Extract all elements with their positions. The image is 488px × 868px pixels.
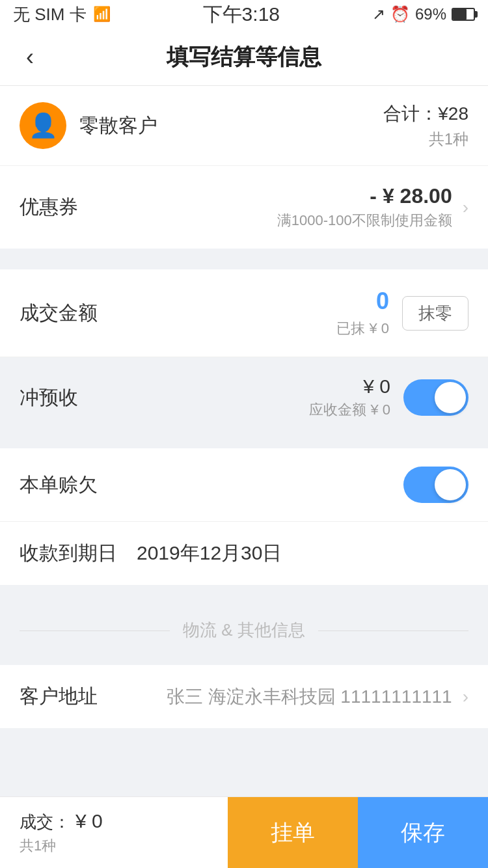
due-date-row: 收款到期日 2019年12月30日 (0, 521, 488, 585)
save-button[interactable]: 保存 (358, 797, 488, 869)
section-divider-3 (0, 585, 488, 595)
prepay-sub-amount: 应收金额 ¥ 0 (309, 400, 390, 420)
customer-left: 👤 零散客户 (20, 102, 157, 149)
content: 👤 零散客户 合计：¥28 共1种 优惠券 - ¥ 28.00 满1000-10… (0, 86, 488, 806)
coupon-chevron-icon: › (463, 197, 468, 218)
deal-right: 0 已抹 ¥ 0 抹零 (336, 288, 468, 338)
bottom-count: 共1种 (20, 836, 208, 856)
carrier-text: 无 SIM 卡 (13, 3, 87, 26)
coupon-row[interactable]: 优惠券 - ¥ 28.00 满1000-100不限制使用金额 › (0, 165, 488, 249)
due-date-content: 收款到期日 2019年12月30日 (20, 540, 468, 567)
back-button[interactable]: ‹ (20, 37, 40, 77)
location-icon: ↗ (372, 5, 385, 23)
status-left: 无 SIM 卡 📶 (13, 3, 111, 26)
coupon-value-block: - ¥ 28.00 满1000-100不限制使用金额 (277, 184, 452, 230)
prepay-label: 冲预收 (20, 385, 78, 411)
bottom-deal-row: 成交： ¥ 0 (20, 810, 208, 834)
section-divider-1 (0, 259, 488, 269)
alarm-icon: ⏰ (390, 5, 410, 23)
bottom-summary: 成交： ¥ 0 共1种 (0, 810, 228, 856)
credit-row: 本单赊欠 (0, 448, 488, 521)
coupon-desc: 满1000-100不限制使用金额 (277, 211, 452, 230)
deal-row: 成交金额 0 已抹 ¥ 0 抹零 (20, 288, 468, 338)
address-label: 客户地址 (20, 683, 98, 710)
bottom-bar: 成交： ¥ 0 共1种 挂单 保存 (0, 796, 488, 868)
time-display: 下午3:18 (203, 1, 280, 28)
customer-card: 👤 零散客户 合计：¥28 共1种 优惠券 - ¥ 28.00 满1000-10… (0, 86, 488, 249)
status-bar: 无 SIM 卡 📶 下午3:18 ↗ ⏰ 69% (0, 0, 488, 29)
deal-value-block: 0 已抹 ¥ 0 (336, 288, 389, 338)
deal-amount-value: 0 (336, 288, 389, 315)
prepay-main-amount: ¥ 0 (309, 375, 390, 398)
status-right: ↗ ⏰ 69% (372, 5, 475, 23)
deal-label: 成交金额 (20, 300, 98, 327)
logistics-section-header: 物流 & 其他信息 (0, 606, 488, 655)
deal-sub-text: 已抹 ¥ 0 (336, 319, 389, 338)
logistics-label: 物流 & 其他信息 (170, 620, 318, 640)
customer-name: 零散客户 (79, 113, 157, 139)
total-price: 合计：¥28 (383, 102, 468, 126)
battery-icon (452, 8, 475, 21)
nav-bar: ‹ 填写结算等信息 (0, 29, 488, 86)
battery-text: 69% (415, 5, 446, 23)
wifi-icon: 📶 (93, 6, 111, 23)
prepay-right: ¥ 0 应收金额 ¥ 0 (309, 375, 468, 420)
avatar: 👤 (20, 102, 66, 149)
prepay-row: 冲预收 ¥ 0 应收金额 ¥ 0 (0, 357, 488, 438)
address-row[interactable]: 客户地址 张三 海淀永丰科技园 11111111111 › (0, 665, 488, 728)
credit-label: 本单赊欠 (20, 472, 98, 498)
coupon-right: - ¥ 28.00 满1000-100不限制使用金额 › (277, 184, 468, 230)
bottom-deal-label: 成交： (20, 811, 70, 834)
total-count: 共1种 (383, 129, 468, 150)
prepay-toggle[interactable] (403, 379, 468, 416)
address-value: 张三 海淀永丰科技园 11111111111 (117, 685, 452, 709)
coupon-label: 优惠券 (20, 194, 78, 221)
address-chevron-icon: › (463, 686, 468, 707)
customer-summary: 合计：¥28 共1种 (383, 102, 468, 150)
page-title: 填写结算等信息 (167, 42, 321, 72)
pending-button[interactable]: 挂单 (228, 797, 358, 869)
avatar-icon: 👤 (29, 112, 58, 139)
deal-section: 成交金额 0 已抹 ¥ 0 抹零 (0, 269, 488, 357)
due-date-value: 2019年12月30日 (137, 540, 282, 567)
bottom-deal-value: ¥ 0 (75, 810, 103, 832)
section-divider-2 (0, 438, 488, 448)
credit-toggle[interactable] (403, 467, 468, 503)
round-zero-button[interactable]: 抹零 (402, 296, 468, 331)
customer-row: 👤 零散客户 合计：¥28 共1种 (0, 86, 488, 165)
due-date-label: 收款到期日 (20, 540, 117, 567)
prepay-amounts: ¥ 0 应收金额 ¥ 0 (309, 375, 390, 420)
coupon-discount: - ¥ 28.00 (277, 184, 452, 208)
